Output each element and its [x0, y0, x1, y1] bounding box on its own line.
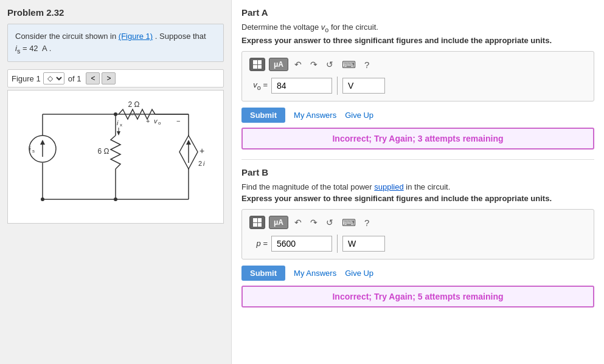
- part-b-answer-input[interactable]: [271, 236, 332, 252]
- variable-label: is = 42 A .: [15, 44, 51, 53]
- part-b-input-label: p =: [249, 239, 268, 248]
- svg-text:i: i: [117, 119, 119, 126]
- part-a-instruction: Express your answer to three significant…: [241, 36, 594, 45]
- svg-text:2: 2: [198, 160, 202, 167]
- help-icon-a[interactable]: ?: [362, 58, 372, 71]
- part-a-title: Part A: [241, 7, 594, 18]
- part-a-input-row: vo =: [249, 77, 586, 95]
- svg-text:v: v: [154, 117, 158, 125]
- grid-button[interactable]: [249, 58, 265, 71]
- undo-icon-b[interactable]: ↶: [292, 216, 304, 228]
- part-a-toolbar: μA ↶ ↷ ↺ ⌨ ?: [249, 58, 586, 72]
- svg-text:s: s: [32, 148, 35, 154]
- nav-next-button[interactable]: >: [102, 72, 116, 84]
- svg-point-33: [114, 112, 117, 116]
- grid-button-b[interactable]: [249, 216, 265, 229]
- svg-text:i: i: [203, 160, 205, 167]
- part-a-error-message: Incorrect; Try Again; 3 attempts remaini…: [241, 128, 594, 149]
- figure-of: of 1: [68, 74, 82, 83]
- unit-button-b[interactable]: μA: [269, 216, 288, 229]
- keyboard-icon-a[interactable]: ⌨: [339, 58, 358, 72]
- part-a-my-answers-link[interactable]: My Answers: [294, 111, 336, 120]
- part-b-give-up-link[interactable]: Give Up: [345, 269, 373, 278]
- part-b-title: Part B: [241, 167, 594, 177]
- help-icon-b[interactable]: ?: [362, 216, 372, 229]
- part-b-action-row: Submit My Answers Give Up: [241, 266, 594, 281]
- nav-prev-button[interactable]: <: [86, 72, 100, 84]
- part-a-input-label: vo =: [249, 80, 268, 91]
- figure-link[interactable]: (Figure 1): [119, 32, 153, 41]
- svg-marker-15: [117, 131, 120, 136]
- part-a-answer-box: μA ↶ ↷ ↺ ⌨ ? vo =: [241, 51, 594, 101]
- circuit-svg: 2 Ω www i x + v o − 6 Ω: [24, 96, 207, 218]
- svg-text:x: x: [120, 122, 122, 128]
- reset-icon-b[interactable]: ↺: [324, 216, 336, 228]
- svg-text:+: +: [146, 117, 150, 125]
- svg-text:o: o: [158, 120, 161, 126]
- part-a-action-row: Submit My Answers Give Up: [241, 108, 594, 123]
- part-b-submit-button[interactable]: Submit: [241, 266, 285, 281]
- part-b-answer-box: μA ↶ ↷ ↺ ⌨ ? p =: [241, 209, 594, 259]
- part-a-answer-input[interactable]: [271, 78, 332, 94]
- unit-button-a[interactable]: μA: [269, 58, 288, 71]
- svg-text:6 Ω: 6 Ω: [98, 147, 109, 156]
- left-panel: Problem 2.32 Consider the circuit shown …: [0, 0, 231, 364]
- part-b-description: Find the magnitude of the total power su…: [241, 182, 594, 191]
- problem-title: Problem 2.32: [7, 7, 224, 18]
- part-a-section: Part A Determine the voltage vo for the …: [241, 7, 594, 149]
- description-text: Consider the circuit shown in: [15, 32, 116, 41]
- svg-text:www: www: [129, 111, 141, 117]
- problem-description: Consider the circuit shown in (Figure 1)…: [7, 24, 224, 62]
- part-b-instruction: Express your answer to three significant…: [241, 194, 594, 203]
- part-a-give-up-link[interactable]: Give Up: [345, 111, 373, 120]
- part-b-my-answers-link[interactable]: My Answers: [294, 269, 336, 278]
- part-b-error-message: Incorrect; Try Again; 5 attempts remaini…: [241, 286, 594, 307]
- part-a-submit-button[interactable]: Submit: [241, 108, 285, 123]
- part-a-description: Determine the voltage vo for the circuit…: [241, 22, 594, 33]
- circuit-diagram: 2 Ω www i x + v o − 6 Ω: [7, 90, 224, 224]
- reset-icon-a[interactable]: ↺: [324, 58, 336, 70]
- description-after: . Suppose that: [155, 32, 206, 41]
- figure-controls: Figure 1 ◇ of 1 < >: [7, 69, 224, 88]
- right-panel: Part A Determine the voltage vo for the …: [231, 0, 604, 364]
- part-a-unit-input[interactable]: [342, 78, 385, 94]
- figure-label: Figure 1: [12, 74, 41, 83]
- part-divider: [241, 159, 594, 160]
- svg-point-35: [41, 197, 44, 201]
- figure-select[interactable]: ◇: [43, 72, 64, 84]
- part-b-section: Part B Find the magnitude of the total p…: [241, 167, 594, 307]
- undo-icon-a[interactable]: ↶: [292, 58, 304, 70]
- svg-point-34: [114, 197, 117, 201]
- part-b-input-row: p =: [249, 235, 586, 253]
- svg-text:2 Ω: 2 Ω: [128, 100, 140, 109]
- part-b-unit-input[interactable]: [342, 236, 385, 252]
- keyboard-icon-b[interactable]: ⌨: [339, 216, 358, 230]
- part-b-toolbar: μA ↶ ↷ ↺ ⌨ ?: [249, 216, 586, 230]
- svg-text:+: +: [200, 146, 204, 156]
- svg-text:−: −: [176, 117, 180, 125]
- redo-icon-b[interactable]: ↷: [308, 216, 320, 228]
- redo-icon-a[interactable]: ↷: [308, 58, 320, 70]
